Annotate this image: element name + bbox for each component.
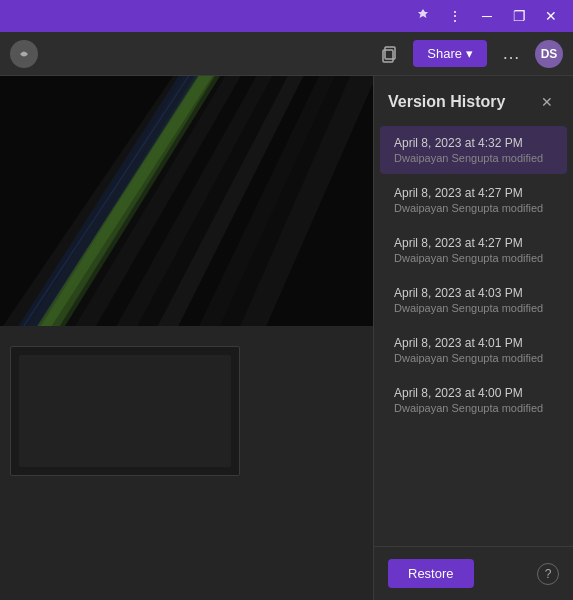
slide-thumbnail[interactable] [10, 346, 240, 476]
version-date: April 8, 2023 at 4:03 PM [394, 286, 553, 300]
version-history-panel: Version History ✕ April 8, 2023 at 4:32 … [373, 76, 573, 600]
toolbar-more-btn[interactable]: … [495, 38, 527, 70]
version-author: Dwaipayan Sengupta modified [394, 152, 553, 164]
panel-header: Version History ✕ [374, 76, 573, 124]
app-logo [10, 40, 38, 68]
slide-inner [19, 355, 231, 467]
version-author: Dwaipayan Sengupta modified [394, 252, 553, 264]
minimize-btn[interactable]: ─ [473, 2, 501, 30]
panel-title: Version History [388, 93, 505, 111]
pencils-image [0, 76, 373, 326]
version-list: April 8, 2023 at 4:32 PMDwaipayan Sengup… [374, 124, 573, 546]
restore-button[interactable]: Restore [388, 559, 474, 588]
canvas-area [0, 76, 373, 600]
dark-section [0, 326, 373, 600]
version-item[interactable]: April 8, 2023 at 4:27 PMDwaipayan Sengup… [380, 176, 567, 224]
version-date: April 8, 2023 at 4:01 PM [394, 336, 553, 350]
version-item[interactable]: April 8, 2023 at 4:32 PMDwaipayan Sengup… [380, 126, 567, 174]
version-author: Dwaipayan Sengupta modified [394, 402, 553, 414]
restore-window-btn[interactable]: ❐ [505, 2, 533, 30]
version-author: Dwaipayan Sengupta modified [394, 352, 553, 364]
share-button[interactable]: Share ▾ [413, 40, 487, 67]
close-window-btn[interactable]: ✕ [537, 2, 565, 30]
user-avatar[interactable]: DS [535, 40, 563, 68]
version-item[interactable]: April 8, 2023 at 4:01 PMDwaipayan Sengup… [380, 326, 567, 374]
version-date: April 8, 2023 at 4:00 PM [394, 386, 553, 400]
copy-link-btn[interactable] [373, 38, 405, 70]
more-menu-btn[interactable]: ⋮ [441, 2, 469, 30]
svg-rect-20 [0, 76, 373, 326]
version-date: April 8, 2023 at 4:27 PM [394, 236, 553, 250]
version-item[interactable]: April 8, 2023 at 4:27 PMDwaipayan Sengup… [380, 226, 567, 274]
help-icon[interactable]: ? [537, 563, 559, 585]
version-item[interactable]: April 8, 2023 at 4:03 PMDwaipayan Sengup… [380, 276, 567, 324]
title-bar: ⋮ ─ ❐ ✕ [0, 0, 573, 32]
close-panel-btn[interactable]: ✕ [535, 90, 559, 114]
version-date: April 8, 2023 at 4:27 PM [394, 186, 553, 200]
version-author: Dwaipayan Sengupta modified [394, 202, 553, 214]
panel-footer: Restore ? [374, 546, 573, 600]
main-area: Version History ✕ April 8, 2023 at 4:32 … [0, 76, 573, 600]
version-author: Dwaipayan Sengupta modified [394, 302, 553, 314]
extension-icon [409, 2, 437, 30]
app-toolbar: Share ▾ … DS [0, 32, 573, 76]
version-item[interactable]: April 8, 2023 at 4:00 PMDwaipayan Sengup… [380, 376, 567, 424]
version-date: April 8, 2023 at 4:32 PM [394, 136, 553, 150]
